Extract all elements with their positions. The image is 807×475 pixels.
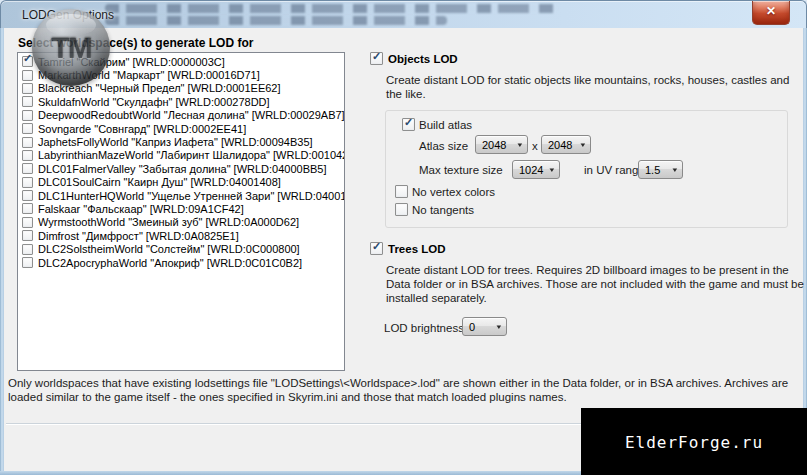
trees-lod-description: Create distant LOD for trees. Requires 2… (386, 263, 804, 305)
trees-lod-label: Trees LOD (388, 243, 446, 255)
worldspace-row[interactable]: WyrmstoothWorld "Змеиный зуб" [WRLD:0A00… (20, 216, 344, 229)
chevron-down-icon: ▼ (516, 142, 524, 148)
worldspace-checkbox[interactable] (22, 150, 33, 161)
trees-lod-checkbox[interactable]: ✓ (370, 242, 383, 255)
build-atlas-checkbox[interactable]: ✓ (402, 118, 415, 131)
worldspace-checkbox[interactable] (22, 203, 33, 214)
worldspace-label: DLC2SolstheimWorld "Солстейм" [WRLD:0C00… (38, 243, 300, 255)
footer-note: Only worldspaces that have existing lods… (8, 376, 800, 404)
close-icon: ✕ (753, 4, 789, 18)
worldspace-checkbox[interactable] (22, 70, 33, 81)
worldspace-row[interactable]: DLC2SolstheimWorld "Солстейм" [WRLD:0C00… (20, 242, 344, 255)
no-vertex-colors-checkbox[interactable] (395, 185, 408, 198)
worldspace-label: SkuldafnWorld "Скулдафн" [WRLD:000278DD] (38, 96, 270, 108)
worldspace-row[interactable]: DeepwoodRedoubtWorld "Лесная долина" [WR… (20, 109, 344, 122)
trees-lod-toggle[interactable]: ✓ Trees LOD (370, 242, 446, 255)
uv-range-dropdown[interactable]: 1.5 ▼ (638, 160, 683, 179)
worldspace-row[interactable]: DLC01FalmerValley "Забытая долина" [WRLD… (20, 162, 344, 175)
worldspace-label: DLC1HunterHQWorld "Ущелье Утренней Зари"… (38, 190, 345, 202)
build-atlas-label: Build atlas (419, 119, 472, 131)
chevron-down-icon: ▼ (579, 142, 587, 148)
atlas-height-dropdown[interactable]: 2048 ▼ (541, 135, 591, 154)
worldspace-checkbox[interactable] (22, 244, 33, 255)
worldspace-checkbox[interactable] (22, 137, 33, 148)
worldspace-checkbox[interactable] (22, 230, 33, 241)
no-vertex-colors-toggle[interactable]: No vertex colors (395, 185, 495, 198)
worldspace-checkbox[interactable] (22, 177, 33, 188)
atlas-size-label: Atlas size (419, 140, 468, 152)
close-button[interactable]: ✕ (752, 1, 790, 25)
lod-brightness-label: LOD brightness (384, 322, 464, 334)
lod-brightness-dropdown[interactable]: 0 ▼ (462, 317, 507, 336)
worldspace-checkbox[interactable] (22, 217, 33, 228)
no-tangents-toggle[interactable]: No tangents (395, 203, 474, 216)
watermark-site-text: ElderForge.ru (581, 408, 807, 452)
worldspace-listbox[interactable]: ✓ Tamriel "Скайрим" [WRLD:0000003C] Mark… (17, 52, 345, 371)
worldspace-label: Sovngarde "Совнгард" [WRLD:0002EE41] (38, 123, 246, 135)
worldspace-row[interactable]: Falskaar "Фальскаар" [WRLD:09A1CF42] (20, 202, 344, 215)
worldspace-label: LabyrinthianMazeWorld "Лабиринт Шалидора… (38, 149, 345, 161)
worldspace-row[interactable]: DLC2ApocryphaWorld "Апокриф" [WRLD:0C01C… (20, 256, 344, 269)
uv-range-label: in UV range (584, 164, 645, 176)
objects-lod-toggle[interactable]: ✓ Objects LOD (370, 52, 458, 65)
worldspace-checkbox[interactable] (22, 83, 33, 94)
atlas-size-separator: x (532, 140, 538, 152)
worldspace-checkbox[interactable] (22, 96, 33, 107)
worldspace-checkbox[interactable] (22, 123, 33, 134)
objects-lod-checkbox[interactable]: ✓ (370, 52, 383, 65)
worldspace-row[interactable]: SkuldafnWorld "Скулдафн" [WRLD:000278DD] (20, 95, 344, 108)
worldspace-label: WyrmstoothWorld "Змеиный зуб" [WRLD:0A00… (38, 216, 299, 228)
max-texture-dropdown[interactable]: 1024 ▼ (512, 160, 560, 179)
aero-glass-smudge (105, 16, 447, 25)
worldspace-label: JaphetsFollyWorld "Каприз Иафета" [WRLD:… (38, 136, 313, 148)
check-icon: ✓ (23, 53, 32, 64)
watermark-logo-text: TM (32, 31, 110, 65)
objects-lod-label: Objects LOD (388, 53, 458, 65)
worldspace-label: DLC01FalmerValley "Забытая долина" [WRLD… (38, 163, 327, 175)
worldspace-checkbox[interactable] (22, 190, 33, 201)
watermark-logo: TM (32, 9, 110, 86)
worldspace-label: DLC2ApocryphaWorld "Апокриф" [WRLD:0C01C… (38, 257, 302, 269)
worldspace-row[interactable]: Sovngarde "Совнгард" [WRLD:0002EE41] (20, 122, 344, 135)
worldspace-row[interactable]: Dimfrost "Димфрост" [WRLD:0A0825E1] (20, 229, 344, 242)
no-tangents-checkbox[interactable] (395, 203, 408, 216)
build-atlas-panel: ✓ Build atlas Atlas size 2048 ▼ x 2048 ▼… (385, 110, 788, 228)
chevron-down-icon: ▼ (548, 167, 556, 173)
max-texture-label: Max texture size (419, 164, 503, 176)
worldspace-label: Falskaar "Фальскаар" [WRLD:09A1CF42] (38, 203, 244, 215)
chevron-down-icon: ▼ (495, 324, 503, 330)
lod-brightness-value: 0 (469, 321, 493, 333)
atlas-width-value: 2048 (482, 139, 514, 151)
uv-range-value: 1.5 (645, 164, 669, 176)
worldspace-label: DeepwoodRedoubtWorld "Лесная долина" [WR… (38, 109, 345, 121)
worldspace-row[interactable]: DLC01SoulCairn "Каирн Душ" [WRLD:0400140… (20, 176, 344, 189)
worldspace-checkbox[interactable] (22, 257, 33, 268)
title-bar[interactable]: LODGen Options ✕ (0, 0, 807, 28)
build-atlas-toggle[interactable]: ✓ Build atlas (402, 118, 472, 131)
worldspace-row[interactable]: JaphetsFollyWorld "Каприз Иафета" [WRLD:… (20, 135, 344, 148)
lodgen-options-window: LODGen Options ✕ Select worldspace(s) to… (0, 0, 807, 475)
dialog-client-area: Select worldspace(s) to generate LOD for… (4, 28, 803, 471)
worldspace-checkbox[interactable] (22, 163, 33, 174)
objects-lod-description: Create distant LOD for static objects li… (386, 73, 796, 101)
atlas-height-value: 2048 (548, 139, 577, 151)
check-icon: ✓ (372, 51, 381, 62)
aero-glass-smudge (105, 4, 557, 13)
chevron-down-icon: ▼ (671, 167, 679, 173)
max-texture-value: 1024 (519, 164, 546, 176)
worldspace-row[interactable]: DLC1HunterHQWorld "Ущелье Утренней Зари"… (20, 189, 344, 202)
atlas-width-dropdown[interactable]: 2048 ▼ (475, 135, 528, 154)
worldspace-checkbox[interactable] (22, 110, 33, 121)
no-vertex-colors-label: No vertex colors (412, 186, 495, 198)
check-icon: ✓ (372, 241, 381, 252)
watermark-site-box: ElderForge.ru (581, 408, 807, 475)
no-tangents-label: No tangents (412, 204, 474, 216)
worldspace-label: Dimfrost "Димфрост" [WRLD:0A0825E1] (38, 230, 239, 242)
worldspace-label: DLC01SoulCairn "Каирн Душ" [WRLD:0400140… (38, 176, 281, 188)
check-icon: ✓ (404, 117, 413, 128)
worldspace-row[interactable]: LabyrinthianMazeWorld "Лабиринт Шалидора… (20, 149, 344, 162)
